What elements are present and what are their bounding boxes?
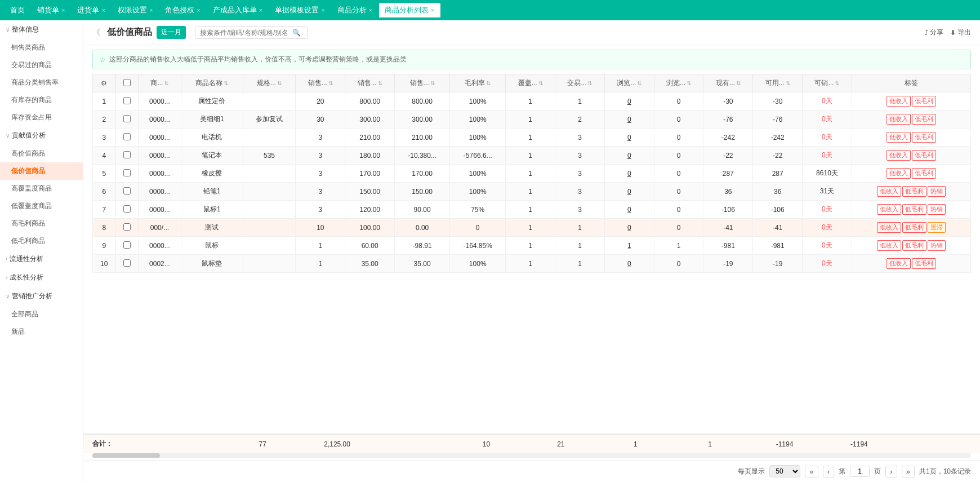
close-icon[interactable]: × (61, 7, 65, 14)
sidebar-item-low-value[interactable]: 低价值商品 (0, 162, 83, 180)
sidebar-item-high-coverage[interactable]: 高覆盖度商品 (0, 180, 83, 197)
row-checkbox[interactable] (123, 151, 131, 158)
page-number-input[interactable] (850, 466, 870, 477)
browse-link[interactable]: 0 (627, 152, 631, 160)
browse-link[interactable]: 0 (627, 260, 631, 268)
sidebar-item-traded-goods[interactable]: 交易过的商品 (0, 56, 83, 74)
cell-browse1[interactable]: 1 (604, 237, 654, 255)
row-checkbox[interactable] (123, 97, 131, 104)
cell-browse1[interactable]: 0 (604, 110, 654, 129)
row-checkbox[interactable] (123, 259, 131, 267)
col-avail[interactable]: 可用...⇅ (753, 74, 803, 92)
cell-check[interactable] (115, 129, 138, 147)
col-settings[interactable]: ⚙ (93, 74, 116, 92)
cell-browse1[interactable]: 0 (604, 147, 654, 165)
row-checkbox[interactable] (123, 115, 131, 122)
cell-check[interactable] (115, 237, 138, 255)
col-code[interactable]: 商...⇅ (138, 74, 181, 92)
prev-page-button[interactable]: ‹ (823, 466, 834, 477)
share-button[interactable]: ⤴ 分享 (925, 28, 943, 37)
first-page-button[interactable]: « (805, 466, 818, 477)
search-input[interactable] (200, 29, 290, 37)
select-all-checkbox[interactable] (123, 79, 131, 86)
col-amt2[interactable]: 销售...⇅ (395, 74, 450, 92)
cell-browse1[interactable]: 0 (604, 183, 654, 201)
close-icon[interactable]: × (259, 7, 262, 14)
cell-check[interactable] (115, 255, 138, 273)
row-checkbox[interactable] (123, 223, 131, 231)
col-browse2[interactable]: 浏览...⇅ (654, 74, 703, 92)
cell-check[interactable] (115, 183, 138, 201)
browse-link[interactable]: 0 (627, 188, 631, 196)
nav-permission[interactable]: 权限设置 × (112, 3, 158, 17)
horizontal-scrollbar[interactable] (92, 453, 971, 458)
col-checkbox[interactable] (115, 74, 138, 92)
cell-browse1[interactable]: 0 (604, 92, 654, 110)
nav-product-analysis[interactable]: 商品分析 × (332, 3, 378, 17)
col-saleable[interactable]: 可销...⇅ (803, 74, 852, 92)
col-trade[interactable]: 交易...⇅ (555, 74, 605, 92)
close-icon[interactable]: × (369, 7, 372, 14)
close-icon[interactable]: × (321, 7, 324, 14)
col-gross[interactable]: 毛利率⇅ (450, 74, 506, 92)
cell-check[interactable] (115, 219, 138, 237)
browse-link[interactable]: 0 (627, 224, 631, 232)
sidebar-section-liquidity[interactable]: › 流通性分析 (0, 250, 83, 268)
cell-browse1[interactable]: 0 (604, 255, 654, 273)
page-size-select[interactable]: 50 100 (769, 465, 800, 477)
close-icon[interactable]: × (149, 7, 153, 14)
browse-link[interactable]: 0 (627, 206, 631, 214)
sidebar-item-category-sales-rate[interactable]: 商品分类销售率 (0, 74, 83, 91)
sidebar-item-high-margin[interactable]: 高毛利商品 (0, 215, 83, 232)
nav-template-settings[interactable]: 单据模板设置 × (269, 3, 330, 17)
collapse-sidebar-button[interactable]: 《 (92, 28, 100, 38)
sidebar-item-inventory-goods[interactable]: 有库存的商品 (0, 91, 83, 109)
scrollbar-thumb[interactable] (92, 453, 160, 458)
cell-browse1[interactable]: 0 (604, 219, 654, 237)
sidebar-section-overall[interactable]: ∨ 整体信息 (0, 20, 83, 39)
browse-link[interactable]: 1 (627, 242, 631, 250)
cell-browse1[interactable]: 0 (604, 129, 654, 147)
col-spec[interactable]: 规格...⇅ (243, 74, 296, 92)
cell-check[interactable] (115, 110, 138, 129)
row-checkbox[interactable] (123, 133, 131, 140)
nav-purchase-order[interactable]: 进货单 × (72, 3, 110, 17)
col-name[interactable]: 商品名称⇅ (181, 74, 243, 92)
col-stock[interactable]: 现有...⇅ (703, 74, 753, 92)
cell-check[interactable] (115, 92, 138, 110)
cell-browse1[interactable]: 0 (604, 201, 654, 219)
nav-home[interactable]: 首页 (5, 3, 30, 17)
col-cov[interactable]: 覆盖...⇅ (506, 74, 555, 92)
sidebar-item-capital-occupancy[interactable]: 库存资金占用 (0, 109, 83, 126)
cell-check[interactable] (115, 147, 138, 165)
sidebar-item-high-value[interactable]: 高价值商品 (0, 145, 83, 162)
nav-product-warehouse[interactable]: 产成品入库单 × (207, 3, 268, 17)
sidebar-item-low-margin[interactable]: 低毛利商品 (0, 232, 83, 250)
sidebar-section-growth[interactable]: › 成长性分析 (0, 268, 83, 287)
col-amt1[interactable]: 销售...⇅ (345, 74, 395, 92)
row-checkbox[interactable] (123, 241, 131, 249)
browse-link[interactable]: 0 (627, 170, 631, 178)
close-icon[interactable]: × (197, 7, 200, 14)
close-icon[interactable]: × (101, 7, 105, 14)
col-browse1[interactable]: 浏览...⇅ (604, 74, 654, 92)
export-button[interactable]: ⬇ 导出 (950, 28, 971, 37)
next-page-button[interactable]: › (885, 466, 897, 477)
cell-check[interactable] (115, 165, 138, 183)
last-page-button[interactable]: » (902, 466, 915, 477)
time-filter-button[interactable]: 近一月 (157, 26, 186, 39)
browse-link[interactable]: 0 (627, 134, 631, 141)
sidebar-section-marketing[interactable]: ∨ 营销推广分析 (0, 287, 83, 306)
sidebar-item-sales-goods[interactable]: 销售类商品 (0, 39, 83, 56)
row-checkbox[interactable] (123, 169, 131, 176)
sidebar-section-contribution[interactable]: ∨ 贡献值分析 (0, 126, 83, 145)
cell-browse1[interactable]: 0 (604, 165, 654, 183)
browse-link[interactable]: 0 (627, 98, 631, 105)
search-icon[interactable]: 🔍 (292, 29, 301, 37)
nav-role-auth[interactable]: 角色授权 × (159, 3, 206, 17)
sidebar-item-low-coverage[interactable]: 低覆盖度商品 (0, 197, 83, 215)
nav-sales-order[interactable]: 销货单 × (32, 3, 70, 17)
sidebar-item-new-goods[interactable]: 新品 (0, 323, 83, 341)
close-icon[interactable]: × (431, 7, 434, 14)
row-checkbox[interactable] (123, 205, 131, 213)
